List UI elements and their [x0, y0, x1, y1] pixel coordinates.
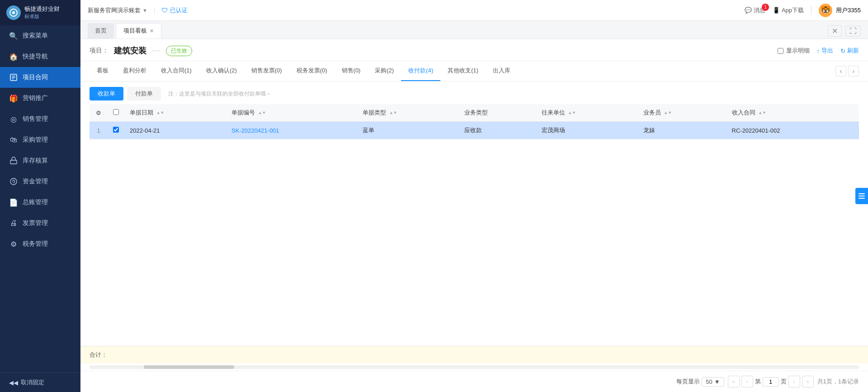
sub-tab-next-button[interactable]: › — [848, 66, 859, 76]
sidebar-item-project-contract[interactable]: 项目合同 — [0, 67, 80, 88]
sidebar-label-sales: 销售管理 — [23, 115, 48, 123]
page-size-dropdown[interactable]: 50 ▼ — [702, 377, 724, 387]
sidebar-item-general-ledger[interactable]: 📄 总账管理 — [0, 192, 80, 213]
sidebar-label-project: 项目合同 — [23, 73, 48, 81]
window-maximize-button[interactable]: ⛶ — [845, 26, 861, 37]
main-area: 新服务官网演示账套 ▼ | 🛡 已认证 💬 消息 1 📱 App下载 🐯 — [80, 0, 868, 392]
svg-rect-8 — [859, 193, 865, 194]
sidebar-item-inventory[interactable]: 库存核算 — [0, 150, 80, 171]
user-avatar: 🐯 — [819, 4, 832, 17]
sidebar-item-sales-mgmt[interactable]: ◎ 销售管理 — [0, 109, 80, 129]
sidebar-label-ledger: 总账管理 — [23, 198, 48, 206]
sub-tab-nav: ‹ › — [835, 66, 859, 76]
account-name[interactable]: 新服务官网演示账套 ▼ — [88, 6, 147, 14]
sidebar-label-purchase: 采购管理 — [23, 136, 48, 144]
tab-home-label: 首页 — [95, 27, 107, 35]
page-size-label: 每页显示 — [676, 378, 700, 386]
svg-rect-9 — [859, 196, 865, 196]
sub-tab-purchase[interactable]: 采购(2) — [368, 61, 401, 81]
th-doc-no[interactable]: 单据编号 ▲▼ — [226, 104, 357, 122]
sidebar-item-finance[interactable]: 资金管理 — [0, 171, 80, 192]
project-label: 项目： — [90, 47, 108, 55]
sidebar-label-marketing: 营销推广 — [23, 94, 48, 102]
row-doc-no[interactable]: SK-20220421-001 — [226, 122, 357, 139]
project-more-button[interactable]: ··· — [152, 47, 160, 55]
page-navigation: « ‹ 第 页 › » — [728, 376, 814, 387]
purchase-icon: 🛍 — [9, 135, 18, 144]
th-doc-date[interactable]: 单据日期 ▲▼ — [124, 104, 226, 122]
page-size-selector: 每页显示 50 ▼ — [676, 377, 724, 387]
svg-rect-10 — [859, 198, 865, 199]
sub-tab-prev-button[interactable]: ‹ — [835, 66, 846, 76]
sub-tab-sales[interactable]: 销售(0) — [335, 61, 368, 81]
right-panel-button[interactable] — [855, 188, 868, 204]
th-doc-type[interactable]: 单据类型 ▲▼ — [357, 104, 459, 122]
settings-icon[interactable]: ⚙ — [96, 110, 101, 116]
finance-icon — [9, 177, 18, 186]
sub-tab-in-out-store[interactable]: 出入库 — [486, 61, 518, 81]
th-income-contract[interactable]: 收入合同 ▲▼ — [726, 104, 859, 122]
project-header: 项目： 建筑安装 ··· 已生效 显示明细 ↑ 导出 ↻ 刷新 — [80, 39, 868, 61]
th-partner[interactable]: 往来单位 ▲▼ — [536, 104, 638, 122]
sidebar-label-invoice: 发票管理 — [23, 219, 48, 227]
sub-tab-sales-invoice[interactable]: 销售发票(0) — [244, 61, 289, 81]
pagination: 每页显示 50 ▼ « ‹ 第 页 › » 共1页，1条记录 — [80, 371, 868, 392]
show-detail-input[interactable] — [778, 48, 783, 54]
row-select-checkbox[interactable] — [113, 127, 119, 133]
sub-tab-receipt[interactable]: 收付款(4) — [401, 61, 440, 81]
sub-tab-kanban[interactable]: 看板 — [90, 61, 116, 81]
sub-tab-income-confirm[interactable]: 收入确认(2) — [199, 61, 244, 81]
inventory-icon — [9, 156, 18, 165]
doc-no-link[interactable]: SK-20220421-001 — [231, 127, 279, 134]
sub-tab-tax-invoice[interactable]: 税务发票(0) — [289, 61, 335, 81]
sidebar-nav: 🔍 搜索菜单 🏠 快捷导航 项目合同 🎁 营销推广 ◎ 销售管理 — [0, 25, 80, 373]
sidebar-item-quick-nav[interactable]: 🏠 快捷导航 — [0, 46, 80, 67]
page-number-input[interactable] — [763, 377, 779, 387]
scrollbar-thumb[interactable] — [144, 365, 234, 369]
sidebar-item-search[interactable]: 🔍 搜索菜单 — [0, 25, 80, 46]
window-close-button[interactable]: ✕ — [828, 25, 842, 37]
sidebar-item-purchase-mgmt[interactable]: 🛍 采购管理 — [0, 129, 80, 150]
inner-tab-payment-btn[interactable]: 付款单 — [127, 87, 161, 100]
invoice-icon: 🖨 — [9, 219, 18, 228]
tab-home[interactable]: 首页 — [88, 23, 114, 38]
select-all-checkbox[interactable] — [113, 109, 119, 115]
th-checkbox[interactable] — [108, 104, 124, 122]
row-checkbox[interactable] — [108, 122, 124, 139]
sort-arrows-partner: ▲▼ — [568, 111, 576, 115]
th-salesperson[interactable]: 业务员 ▲▼ — [638, 104, 726, 122]
first-page-button[interactable]: « — [728, 376, 740, 387]
show-detail-checkbox[interactable]: 显示明细 — [778, 47, 810, 55]
prev-page-button[interactable]: ‹ — [741, 376, 753, 387]
sub-tab-other-expense[interactable]: 其他收支(1) — [440, 61, 486, 81]
th-settings[interactable]: ⚙ — [90, 104, 108, 122]
sidebar-item-tax-mgmt[interactable]: ⚙ 税务管理 — [0, 234, 80, 254]
sidebar-label-quick-nav: 快捷导航 — [23, 53, 48, 61]
table-container: ⚙ 单据日期 ▲▼ 单据编号 ▲▼ — [80, 104, 868, 346]
last-page-button[interactable]: » — [802, 376, 814, 387]
user-menu[interactable]: 🐯 用户3355 — [819, 4, 861, 17]
sidebar-item-marketing[interactable]: 🎁 营销推广 — [0, 88, 80, 109]
sidebar-item-invoice-mgmt[interactable]: 🖨 发票管理 — [0, 213, 80, 234]
message-button[interactable]: 💬 消息 1 — [745, 6, 765, 14]
unpin-sidebar-button[interactable]: ◀◀ 取消固定 — [0, 373, 80, 392]
topbar-separator: | — [154, 7, 155, 14]
app-version: 标准版 — [24, 13, 60, 20]
tabs-bar: 首页 项目看板 ✕ ✕ ⛶ — [80, 21, 868, 39]
refresh-button[interactable]: ↻ 刷新 — [840, 47, 859, 55]
tab-project-board[interactable]: 项目看板 ✕ — [116, 23, 161, 38]
scrollbar-row — [80, 363, 868, 371]
gift-icon: 🎁 — [9, 94, 18, 103]
tab-close-icon[interactable]: ✕ — [150, 28, 154, 34]
dropdown-icon: ▼ — [142, 8, 147, 13]
phone-icon: 📱 — [773, 7, 780, 14]
inner-tab-receipt-btn[interactable]: 收款单 — [90, 87, 123, 100]
sidebar-label-search: 搜索菜单 — [23, 32, 48, 40]
sub-tab-income-contract[interactable]: 收入合同(1) — [154, 61, 199, 81]
export-button[interactable]: ↑ 导出 — [817, 47, 834, 55]
next-page-button[interactable]: › — [788, 376, 800, 387]
table-row[interactable]: 1 2022-04-21 SK-20220421-001 蓝单 应收款 宏茂商场… — [90, 122, 859, 139]
horizontal-scrollbar[interactable] — [90, 365, 859, 369]
sub-tab-profit[interactable]: 盈利分析 — [116, 61, 154, 81]
app-download-button[interactable]: 📱 App下载 — [773, 6, 804, 14]
